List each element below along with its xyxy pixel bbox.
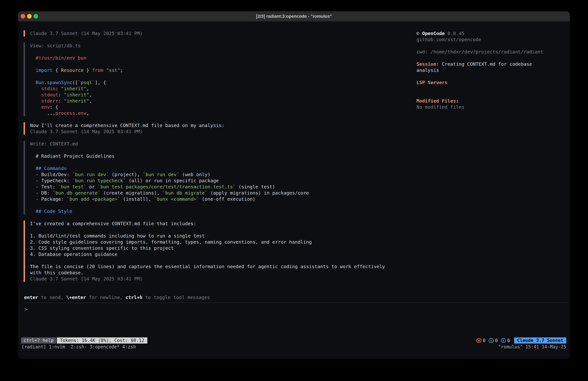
- text-segment: 1. Build/lint/test commands including ho…: [30, 233, 205, 239]
- terminal-line: import { Resource } from "sst";: [30, 67, 385, 73]
- text-segment: [103, 67, 106, 73]
- terminal-line: [30, 61, 385, 67]
- text-segment: {: [53, 67, 61, 73]
- terminal-line: © OpenCode 0.0.45: [417, 30, 543, 37]
- terminal-line: Bun.spawnSync([`psql`], {: [30, 79, 385, 86]
- text-segment: Resource: [61, 67, 84, 73]
- text-segment: process: [55, 111, 75, 116]
- traffic-lights: [21, 11, 38, 21]
- text-segment: cwd: /home/thdxr/dev/projects/radiant/ra…: [417, 49, 543, 55]
- warning-diagnostic-icon: W: [477, 338, 481, 343]
- text-segment: 3. CSS styling conventions specific to t…: [30, 246, 174, 251]
- terminal-line: Write: CONTEXT.md: [30, 141, 385, 147]
- text-segment: ([: [72, 80, 78, 85]
- text-segment: [30, 104, 41, 110]
- text-segment: Claude 3.7 Sonnet (14 May 2025 03:41 PM): [30, 129, 143, 134]
- text-segment: to send,: [38, 295, 66, 300]
- terminal-line: env: {: [30, 104, 385, 110]
- text-segment: LSP Servers: [417, 80, 447, 85]
- info-diagnostic-icon: i: [489, 338, 494, 343]
- tool-view-block: View: script/db.ts #!/usr/bin/env bun im…: [23, 43, 385, 116]
- terminal-line: - TypeCheck: `bun run typecheck` (all) o…: [30, 178, 385, 184]
- text-segment: or: [86, 184, 98, 190]
- text-segment: `bunx <command>`: [154, 196, 199, 202]
- info-diagnostic: i0: [489, 338, 498, 343]
- close-button[interactable]: [21, 14, 25, 19]
- text-segment: Claude 3.7 Sonnet (14 May 2025 03:41 PM): [30, 276, 143, 282]
- text-segment: No modified files: [417, 104, 464, 110]
- terminal-line: I've created a comprehensive CONTEXT.md …: [30, 221, 385, 227]
- terminal-line: [417, 43, 543, 49]
- text-segment: - DB:: [30, 190, 53, 196]
- terminal-line: stderr: "inherit",: [30, 98, 385, 104]
- text-segment: (install),: [120, 196, 154, 202]
- terminal-line: ## Commands: [30, 165, 385, 171]
- minimize-button[interactable]: [27, 14, 32, 19]
- terminal-content: Claude 3.7 Sonnet (14 May 2025 03:41 PM)…: [18, 21, 570, 359]
- text-segment: "inherit": [64, 92, 89, 97]
- terminal-line: Session: Creating CONTEXT.md for codebas…: [417, 61, 543, 67]
- text-segment: #!/usr/bin/env bun: [30, 55, 86, 61]
- terminal-line: Claude 3.7 Sonnet (14 May 2025 03:41 PM): [30, 276, 385, 282]
- text-segment: `psql`: [78, 80, 95, 85]
- window-title: [2/3] radiant:3:opencode - "romulus": [256, 14, 332, 19]
- text-segment: ,: [86, 86, 89, 91]
- text-segment: - Package:: [30, 196, 67, 202]
- text-segment: ;: [120, 67, 123, 73]
- window-titlebar[interactable]: [2/3] radiant:3:opencode - "romulus": [18, 11, 570, 22]
- text-segment: to toggle tool messages: [142, 295, 210, 300]
- terminal-line: Modified Files:: [417, 98, 543, 104]
- text-segment: 0.0.45: [445, 31, 464, 36]
- tmux-status-bar: [radiant] 1:nvim 2:zsh- 3:opencode* 4:zs…: [22, 344, 566, 350]
- terminal-line: ## Code Style: [30, 208, 385, 214]
- text-segment: ,: [89, 92, 92, 97]
- terminal-line: [417, 86, 543, 92]
- text-segment: `bun run typecheck`: [72, 178, 126, 183]
- text-segment: stdin: [41, 86, 55, 91]
- composer: >: [25, 306, 382, 312]
- terminal-line: [30, 257, 385, 264]
- tmux-session-windows[interactable]: [radiant] 1:nvim 2:zsh- 3:opencode* 4:zs…: [22, 344, 136, 350]
- terminal-line: [417, 55, 543, 61]
- composer-divider: [24, 303, 569, 303]
- text-segment: 2. Code style guidelines covering import…: [30, 239, 312, 245]
- terminal-line: Now I'll create a comprehensive CONTEXT.…: [30, 122, 385, 129]
- terminal-line: Claude 3.7 Sonnet (14 May 2025 03:41 PM): [30, 30, 385, 37]
- text-segment: ,: [86, 111, 89, 116]
- text-segment: \+enter: [66, 295, 86, 300]
- text-segment: .: [75, 111, 78, 116]
- terminal-line: View: script/db.ts: [30, 43, 385, 49]
- hint-diagnostic-icon: h: [501, 338, 506, 343]
- text-segment: (apply migrations) in packages/core: [208, 190, 309, 196]
- text-segment: github.com/sst/opencode: [417, 37, 481, 42]
- model-badge[interactable]: Claude 3.7 Sonnet: [514, 337, 566, 344]
- text-segment: env: [78, 111, 86, 116]
- text-segment: spawnSync: [47, 80, 72, 85]
- terminal-line: cwd: /home/thdxr/dev/projects/radiant/ra…: [417, 49, 543, 55]
- tmux-clock: "romulus" 15:41 14-May-25: [498, 344, 566, 350]
- message-input[interactable]: [27, 306, 382, 312]
- help-chip[interactable]: ctrl+? help: [21, 337, 56, 344]
- terminal-line: No modified files: [417, 104, 543, 110]
- text-segment: (project),: [109, 172, 143, 177]
- text-segment: ## Code Style: [30, 209, 72, 214]
- text-segment: env: [41, 104, 50, 110]
- text-segment: with this codebase.: [30, 270, 84, 275]
- terminal-line: [417, 73, 543, 79]
- chat-log[interactable]: Claude 3.7 Sonnet (14 May 2025 03:41 PM)…: [23, 30, 385, 282]
- zoom-button[interactable]: [34, 14, 38, 19]
- text-segment: :: [55, 86, 61, 91]
- text-segment: ], {: [95, 80, 106, 85]
- terminal-line: 2. Code style guidelines covering import…: [30, 239, 385, 245]
- text-segment: [30, 98, 41, 104]
- session-sidebar: © OpenCode 0.0.45github.com/sst/opencode…: [417, 30, 543, 110]
- terminal-line: LSP Servers: [417, 79, 543, 86]
- text-segment: Creating CONTEXT.md for codebase: [439, 61, 532, 67]
- terminal-line: [30, 159, 385, 165]
- text-segment: ...: [30, 111, 55, 116]
- text-segment: (one-off execution): [199, 196, 255, 202]
- text-segment: 4. Database operations guidance: [30, 251, 117, 257]
- text-segment: enter: [24, 295, 38, 300]
- text-segment: stderr: [41, 98, 58, 104]
- text-segment: from: [92, 67, 103, 73]
